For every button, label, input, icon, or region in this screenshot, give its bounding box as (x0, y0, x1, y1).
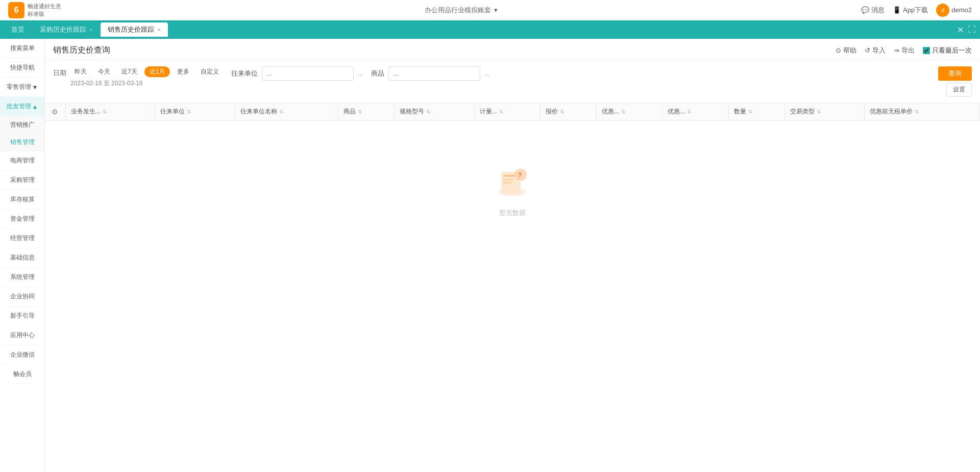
sidebar-item-finance[interactable]: 资金管理 (0, 209, 44, 229)
date-label: 日期 (53, 66, 66, 78)
company-selector[interactable]: 办公用品行业模拟账套 ▾ (425, 6, 498, 15)
tab-sales-history-close[interactable]: × (157, 27, 160, 33)
col-unit[interactable]: 计量... ⇅ (474, 103, 540, 121)
nav-message[interactable]: 💬 消息 (861, 6, 885, 15)
col-counterparty-code[interactable]: 往来单位 ⇅ (155, 103, 235, 121)
date-option-last1m[interactable]: 近1月 (144, 66, 170, 77)
sidebar-item-basic-info[interactable]: 基础信息 (0, 248, 44, 268)
help-action[interactable]: ⊙ 帮助 (836, 46, 856, 55)
chevron-down-icon: ▼ (32, 84, 38, 91)
logo-text: 畅捷通好生意 标准版 (28, 3, 61, 17)
sidebar-item-inventory[interactable]: 库存核算 (0, 190, 44, 209)
user-menu[interactable]: d demo2 (936, 4, 972, 17)
content-area: 销售历史价查询 ⊙ 帮助 ↺ 导入 ⇒ 导出 (45, 39, 980, 472)
query-button[interactable]: 查询 (938, 66, 972, 81)
col-trade-type[interactable]: 交易类型 ⇅ (785, 103, 864, 121)
date-filter-group: 日期 昨天 今天 近7天 近1月 更多 自定义 2023-02-18 至 202… (53, 66, 223, 88)
sidebar-item-wechat[interactable]: 企业微信 (0, 345, 44, 365)
logo-icon: 6 (8, 2, 24, 18)
col-pretax-price[interactable]: 优惠前无税单价 ⇅ (865, 103, 980, 121)
top-bar-right: 💬 消息 📱 App下载 d demo2 (861, 4, 972, 17)
sort-icon: ⇅ (560, 109, 564, 114)
sidebar-item-retail[interactable]: 零售管理 ▼ (0, 78, 44, 97)
empty-text: 暂无数据 (499, 208, 526, 218)
col-spec[interactable]: 规格型号 ⇅ (395, 103, 474, 121)
goods-more[interactable]: ... (484, 70, 489, 77)
tab-bar-controls: ✕ ⛶ (957, 25, 976, 35)
col-biz-date[interactable]: 业务发生... ⇅ (65, 103, 155, 121)
sort-icon: ⇅ (187, 109, 191, 114)
date-option-more[interactable]: 更多 (173, 66, 193, 77)
top-bar: 6 畅捷通好生意 标准版 办公用品行业模拟账套 ▾ 💬 消息 📱 App下载 d… (0, 0, 980, 20)
export-icon: ⇒ (894, 46, 899, 54)
table-header-row: ⚙ 业务发生... ⇅ 往来单位 (45, 103, 980, 121)
col-counterparty-name[interactable]: 往来单位名称 ⇅ (235, 103, 338, 121)
tab-fullscreen-button[interactable]: ⛶ (968, 25, 976, 34)
settings-button[interactable]: 设置 (946, 83, 972, 97)
sort-icon: ⇅ (748, 109, 752, 114)
col-qty[interactable]: 数量 ⇅ (728, 103, 785, 121)
sidebar-item-ecommerce[interactable]: 电商管理 (0, 151, 44, 171)
date-option-custom[interactable]: 自定义 (197, 66, 223, 77)
date-options-row: 昨天 今天 近7天 近1月 更多 自定义 (70, 66, 223, 77)
tab-purchase-history-close[interactable]: × (89, 27, 92, 33)
sidebar-item-quick-nav[interactable]: 快捷导航 (0, 58, 44, 78)
sidebar-item-guide[interactable]: 新手引导 (0, 306, 44, 326)
sidebar-item-operations[interactable]: 经营管理 (0, 229, 44, 248)
sidebar: 搜索菜单 快捷导航 零售管理 ▼ 批发管理 ▲ 营销推广 销售管理 电商管理 采… (0, 39, 45, 472)
only-last-checkbox[interactable] (923, 47, 930, 54)
sidebar-item-sales-mgmt[interactable]: 销售管理 (0, 134, 44, 151)
col-goods[interactable]: 商品 ⇅ (338, 103, 395, 121)
date-option-yesterday[interactable]: 昨天 (70, 66, 91, 77)
date-option-last7[interactable]: 近7天 (117, 66, 141, 77)
table-container: ⚙ 业务发生... ⇅ 往来单位 (45, 103, 980, 472)
chevron-down-icon: ▾ (494, 6, 498, 14)
col-quote[interactable]: 报价 ⇅ (540, 103, 596, 121)
nav-app-download[interactable]: 📱 App下载 (893, 6, 928, 15)
svg-rect-4 (503, 182, 511, 183)
sidebar-item-member[interactable]: 畅会员 (0, 365, 44, 384)
svg-rect-3 (503, 179, 513, 180)
sidebar-item-wholesale[interactable]: 批发管理 ▲ (0, 97, 44, 116)
sidebar-item-app-center[interactable]: 应用中心 (0, 326, 44, 345)
tab-purchase-history[interactable]: 采购历史价跟踪 × (33, 22, 100, 37)
tab-home[interactable]: 首页 (4, 22, 32, 37)
goods-input[interactable] (388, 66, 480, 81)
counterparty-input[interactable] (262, 66, 354, 81)
import-icon: ↺ (865, 46, 870, 54)
tab-sales-history[interactable]: 销售历史价跟踪 × (101, 22, 167, 37)
counterparty-filter: 往来单位 ... (231, 66, 363, 81)
sidebar-item-enterprise[interactable]: 企业协同 (0, 287, 44, 306)
col-discount2[interactable]: 优惠... ⇅ (663, 103, 728, 121)
page-title: 销售历史价查询 (53, 45, 110, 56)
avatar: d (936, 4, 949, 17)
sidebar-item-marketing[interactable]: 营销推广 (0, 116, 44, 134)
chevron-up-icon: ▲ (32, 103, 38, 110)
svg-text:?: ? (518, 172, 522, 179)
date-filter-options: 昨天 今天 近7天 近1月 更多 自定义 2023-02-18 至 2023-0… (70, 66, 223, 88)
sort-icon: ⇅ (817, 109, 821, 114)
sort-icon: ⇅ (687, 109, 691, 114)
sort-icon: ⇅ (358, 109, 362, 114)
empty-image: ? (492, 161, 533, 202)
filter-area: 日期 昨天 今天 近7天 近1月 更多 自定义 2023-02-18 至 202… (45, 60, 980, 103)
sort-icon: ⇅ (499, 109, 503, 114)
empty-illustration: ? (492, 161, 533, 202)
only-last-toggle[interactable]: 只看最后一次 (923, 46, 972, 55)
counterparty-more[interactable]: ... (358, 70, 363, 77)
col-settings[interactable]: ⚙ (45, 103, 65, 121)
sort-icon: ⇅ (279, 109, 283, 114)
page-header-actions: ⊙ 帮助 ↺ 导入 ⇒ 导出 只看最后一次 (836, 46, 972, 55)
settings-icon[interactable]: ⚙ (52, 108, 58, 116)
help-icon: ⊙ (836, 46, 841, 54)
app-icon: 📱 (893, 6, 901, 14)
date-option-today[interactable]: 今天 (94, 66, 114, 77)
tab-close-all-button[interactable]: ✕ (957, 25, 964, 35)
sidebar-item-system[interactable]: 系统管理 (0, 268, 44, 287)
export-action[interactable]: ⇒ 导出 (894, 46, 915, 55)
sidebar-item-search[interactable]: 搜索菜单 (0, 39, 44, 58)
main-layout: 搜索菜单 快捷导航 零售管理 ▼ 批发管理 ▲ 营销推广 销售管理 电商管理 采… (0, 39, 980, 472)
sidebar-item-purchase[interactable]: 采购管理 (0, 171, 44, 190)
col-discount1[interactable]: 优惠... ⇅ (596, 103, 662, 121)
import-action[interactable]: ↺ 导入 (865, 46, 886, 55)
